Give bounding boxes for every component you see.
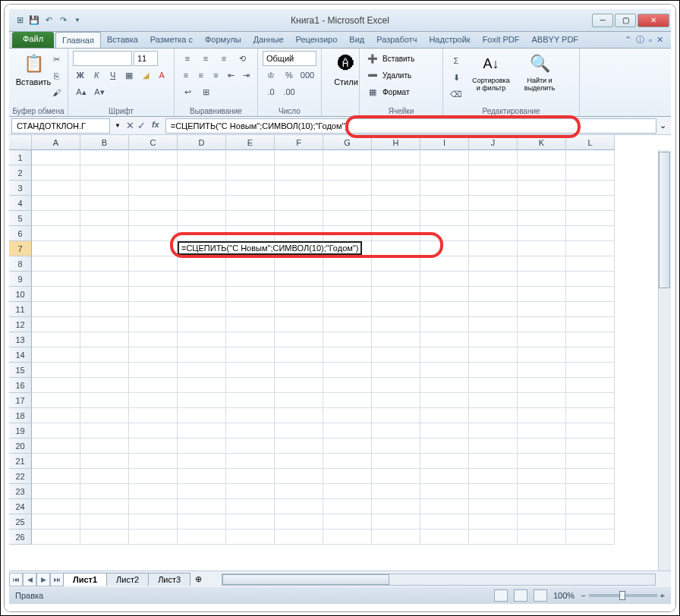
format-cell-icon[interactable]: ▦	[364, 84, 381, 99]
find-select-button[interactable]: 🔍 Найти и выделить	[518, 50, 562, 103]
vscroll-thumb[interactable]	[659, 152, 670, 288]
cell[interactable]	[566, 226, 615, 241]
align-right-icon[interactable]: ≡	[209, 68, 223, 83]
cell[interactable]	[469, 530, 518, 545]
cell[interactable]	[226, 530, 275, 545]
cell[interactable]	[275, 499, 323, 514]
cell[interactable]	[178, 287, 226, 302]
insert-cell-icon[interactable]: ➕	[364, 51, 381, 66]
zoom-out-icon[interactable]: −	[581, 591, 585, 600]
cell[interactable]	[323, 165, 372, 181]
cell[interactable]	[129, 423, 178, 438]
shrink-font-icon[interactable]: A▾	[91, 84, 108, 99]
cell[interactable]	[420, 469, 469, 484]
cell[interactable]	[80, 514, 129, 530]
cell[interactable]	[469, 363, 518, 378]
cancel-formula-icon[interactable]: ✕	[126, 120, 134, 131]
cell[interactable]	[469, 272, 518, 287]
row-header[interactable]: 8	[9, 256, 32, 272]
cell[interactable]	[323, 272, 372, 287]
delete-cell-icon[interactable]: ➖	[364, 68, 381, 83]
cell[interactable]	[323, 347, 372, 363]
cut-icon[interactable]: ✂	[48, 52, 65, 67]
cell[interactable]	[32, 211, 80, 226]
cell[interactable]	[178, 226, 226, 241]
cell[interactable]	[420, 530, 469, 545]
tab-abbyy[interactable]: ABBYY PDF	[526, 32, 585, 48]
cell[interactable]	[566, 302, 615, 317]
indent-dec-icon[interactable]: ⇤	[224, 68, 238, 83]
format-painter-icon[interactable]: 🖌	[48, 85, 65, 100]
cell[interactable]	[275, 165, 323, 181]
cell[interactable]	[275, 226, 323, 241]
cell[interactable]	[129, 317, 178, 332]
cell[interactable]	[566, 165, 615, 181]
cell[interactable]	[129, 332, 178, 347]
row-header[interactable]: 16	[9, 378, 32, 393]
row-header[interactable]: 26	[9, 530, 32, 545]
cell[interactable]	[469, 302, 518, 317]
cell[interactable]	[80, 302, 129, 317]
cell[interactable]	[566, 438, 615, 454]
cell[interactable]	[129, 150, 178, 165]
cell[interactable]	[469, 454, 518, 469]
cell[interactable]	[323, 317, 372, 332]
cell[interactable]	[566, 332, 615, 347]
cell[interactable]	[518, 287, 566, 302]
cell[interactable]	[275, 256, 323, 272]
cell[interactable]	[178, 378, 226, 393]
cell[interactable]	[32, 530, 80, 545]
cell[interactable]	[518, 317, 566, 332]
cell[interactable]	[32, 226, 80, 241]
wrap-text-icon[interactable]: ↩	[179, 84, 196, 99]
cell[interactable]	[372, 484, 420, 499]
font-size-select[interactable]: 11	[134, 51, 158, 66]
cell[interactable]	[420, 454, 469, 469]
cell[interactable]	[275, 393, 323, 408]
cell[interactable]	[226, 423, 275, 438]
col-header[interactable]: A	[32, 135, 80, 150]
cell[interactable]	[129, 256, 178, 272]
row-header[interactable]: 24	[9, 499, 32, 514]
cell[interactable]	[275, 332, 323, 347]
cell[interactable]	[323, 393, 372, 408]
cell[interactable]	[566, 393, 615, 408]
col-header[interactable]: G	[323, 135, 372, 150]
row-header[interactable]: 19	[9, 423, 32, 438]
cell[interactable]	[226, 363, 275, 378]
cell[interactable]	[372, 241, 420, 256]
cell[interactable]	[226, 181, 275, 196]
cell[interactable]	[226, 484, 275, 499]
cell[interactable]	[469, 408, 518, 423]
col-header[interactable]: L	[566, 135, 615, 150]
cell[interactable]	[518, 484, 566, 499]
cell[interactable]	[32, 241, 80, 256]
cell[interactable]	[323, 181, 372, 196]
cell[interactable]	[275, 423, 323, 438]
cell[interactable]	[518, 256, 566, 272]
cell[interactable]	[275, 438, 323, 454]
cell[interactable]	[178, 317, 226, 332]
cell[interactable]	[323, 454, 372, 469]
cell[interactable]	[275, 150, 323, 165]
undo-icon[interactable]: ↶	[42, 14, 55, 27]
cell[interactable]	[420, 150, 469, 165]
cell[interactable]	[32, 302, 80, 317]
row-header[interactable]: 9	[9, 272, 32, 287]
cell[interactable]	[518, 165, 566, 181]
zoom-in-icon[interactable]: +	[660, 591, 665, 600]
cell[interactable]	[372, 347, 420, 363]
vertical-scrollbar[interactable]	[658, 150, 671, 570]
cell[interactable]	[178, 530, 226, 545]
tab-foxit[interactable]: Foxit PDF	[477, 32, 526, 48]
cell[interactable]	[469, 499, 518, 514]
font-color-button[interactable]: A	[155, 68, 170, 83]
cell[interactable]	[80, 272, 129, 287]
sheet-tab-3[interactable]: Лист3	[148, 573, 190, 586]
sheet-nav-next[interactable]: ▶	[36, 573, 50, 586]
cell[interactable]	[420, 256, 469, 272]
cell[interactable]	[518, 302, 566, 317]
cell[interactable]	[372, 150, 420, 165]
col-header[interactable]: E	[226, 135, 275, 150]
cell[interactable]	[323, 150, 372, 165]
